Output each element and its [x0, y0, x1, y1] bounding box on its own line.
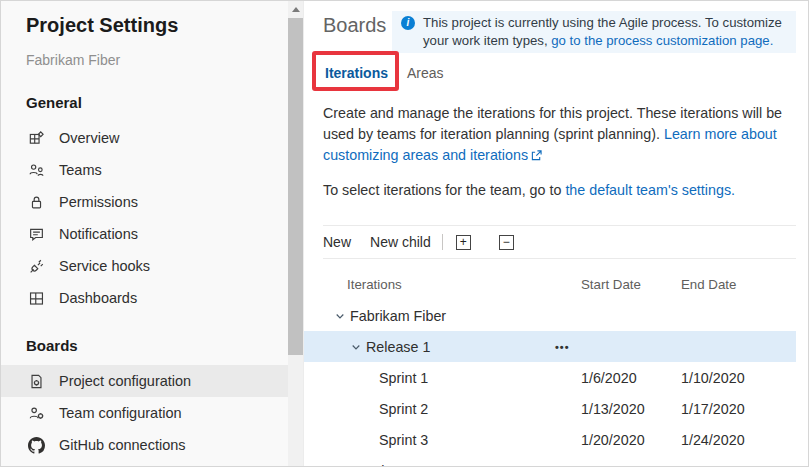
sidebar-item-team-configuration[interactable]: Team configuration: [1, 397, 288, 429]
main-content: Boards i This project is currently using…: [304, 1, 808, 466]
dashboards-icon: [28, 290, 45, 307]
new-child-button[interactable]: New child: [370, 234, 431, 250]
info-icon: i: [401, 16, 415, 30]
notifications-icon: [28, 226, 45, 243]
iterations-description: Create and manage the iterations for thi…: [323, 103, 796, 167]
table-header: Iterations Start Date End Date: [304, 268, 796, 300]
sidebar-item-dashboards[interactable]: Dashboards: [1, 282, 288, 314]
github-icon: [28, 437, 45, 454]
column-iterations: Iterations: [347, 277, 402, 292]
sidebar-item-permissions[interactable]: Permissions: [1, 186, 288, 218]
chevron-down-icon[interactable]: [350, 341, 362, 353]
chevron-down-icon[interactable]: [334, 310, 346, 322]
page-title: Boards: [323, 14, 392, 37]
start-date: 1/20/2020: [581, 432, 645, 448]
tab-areas[interactable]: Areas: [406, 62, 445, 89]
section-header-boards: Boards: [26, 337, 288, 354]
expand-all-button[interactable]: +: [456, 235, 471, 250]
tab-iterations[interactable]: Iterations: [324, 62, 389, 89]
team-configuration-icon: [28, 405, 45, 422]
sidebar-title: Project Settings: [26, 14, 288, 37]
project-configuration-icon: [28, 373, 45, 390]
sidebar-scrollbar[interactable]: [288, 1, 303, 467]
sidebar-item-label: Team configuration: [59, 405, 182, 421]
sidebar-item-label: Project configuration: [59, 373, 191, 389]
start-date: 1/6/2020: [581, 370, 637, 386]
sidebar-item-label: Service hooks: [59, 258, 150, 274]
scroll-up-icon[interactable]: [292, 7, 300, 12]
new-button[interactable]: New: [323, 234, 351, 250]
column-start-date: Start Date: [581, 277, 641, 292]
sidebar-item-label: GitHub connections: [59, 437, 186, 453]
main-header: Boards i This project is currently using…: [323, 11, 796, 53]
external-link-icon: [531, 146, 542, 167]
column-end-date: End Date: [681, 277, 736, 292]
sidebar-item-label: Dashboards: [59, 290, 137, 306]
toolbar-divider: [442, 234, 443, 250]
table-row-sprint-3[interactable]: Sprint 3 1/20/2020 1/24/2020: [304, 424, 796, 455]
table-row-fabrikam-fiber[interactable]: Fabrikam Fiber: [304, 300, 796, 331]
sidebar-item-notifications[interactable]: Notifications: [1, 218, 288, 250]
start-date: 1/13/2020: [581, 401, 645, 417]
sidebar-item-github-connections[interactable]: GitHub connections: [1, 429, 288, 461]
iterations-table: Iterations Start Date End Date Fabrikam …: [304, 268, 796, 466]
table-row-release-2[interactable]: Release 2: [304, 455, 796, 466]
lock-icon: [28, 194, 45, 211]
section-header-general: General: [26, 94, 288, 111]
sidebar-item-label: Teams: [59, 162, 102, 178]
overview-icon: [28, 130, 45, 147]
row-context-menu-icon[interactable]: •••: [555, 341, 570, 353]
project-name: Fabrikam Fiber: [26, 52, 288, 68]
table-row-sprint-1[interactable]: Sprint 1 1/6/2020 1/10/2020: [304, 362, 796, 393]
tab-bar: Iterations Areas: [323, 62, 796, 89]
teams-icon: [28, 162, 45, 179]
table-row-sprint-2[interactable]: Sprint 2 1/13/2020 1/17/2020: [304, 393, 796, 424]
default-team-settings-link[interactable]: the default team's settings.: [565, 182, 735, 198]
process-customization-link[interactable]: go to the process customization page.: [551, 33, 773, 48]
end-date: 1/24/2020: [681, 432, 745, 448]
sidebar-item-project-configuration[interactable]: Project configuration: [1, 365, 288, 397]
sidebar: Project Settings Fabrikam Fiber General …: [1, 1, 304, 466]
project-settings-window: Project Settings Fabrikam Fiber General …: [0, 0, 809, 467]
service-hooks-icon: [28, 258, 45, 275]
end-date: 1/10/2020: [681, 370, 745, 386]
scrollbar-thumb[interactable]: [288, 18, 303, 355]
table-row-release-1[interactable]: Release 1 •••: [304, 331, 796, 362]
iterations-toolbar: New New child + −: [323, 225, 796, 259]
sidebar-item-label: Notifications: [59, 226, 138, 242]
sidebar-item-service-hooks[interactable]: Service hooks: [1, 250, 288, 282]
team-settings-note: To select iterations for the team, go to…: [323, 180, 796, 201]
banner-text: This project is currently using the Agil…: [423, 14, 786, 49]
end-date: 1/17/2020: [681, 401, 745, 417]
sidebar-item-label: Overview: [59, 130, 119, 146]
process-info-banner: i This project is currently using the Ag…: [392, 11, 796, 53]
sidebar-item-overview[interactable]: Overview: [1, 122, 288, 154]
sidebar-item-teams[interactable]: Teams: [1, 154, 288, 186]
sidebar-item-label: Permissions: [59, 194, 138, 210]
collapse-all-button[interactable]: −: [499, 235, 514, 250]
